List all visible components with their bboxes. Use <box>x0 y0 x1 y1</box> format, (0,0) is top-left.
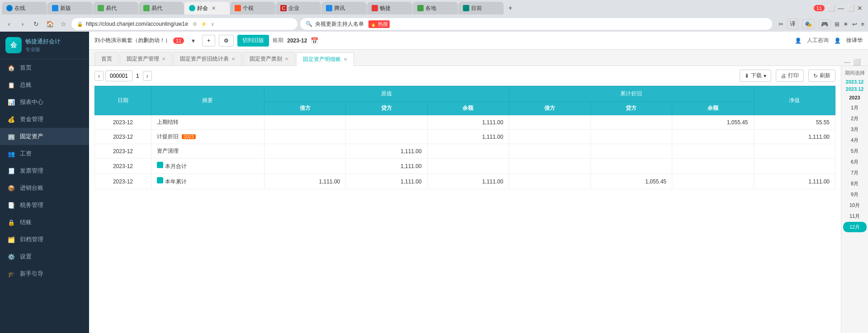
brightness-icon[interactable]: ☀ <box>843 21 849 28</box>
sidebar-item-invoice[interactable]: 🧾 发票管理 <box>0 162 89 179</box>
back-button[interactable]: ‹ <box>4 19 14 29</box>
app-tab-home[interactable]: 首页 <box>94 52 119 66</box>
tab-close-icon[interactable]: ✕ <box>162 56 165 61</box>
app-tab-asset-ledger[interactable]: 固定资产明细账 ✕ <box>296 52 354 66</box>
period-item[interactable]: 2月 <box>843 113 867 124</box>
panel-maximize-icon[interactable]: ⬜ <box>853 58 861 66</box>
browser-tab-tengxun[interactable]: 腾讯 <box>321 2 367 14</box>
sidebar-item-report[interactable]: 📊 报表中心 <box>0 94 89 111</box>
sidebar-item-ledger[interactable]: 📋 总账 <box>0 76 89 94</box>
print-label: 打印 <box>788 72 799 80</box>
sidebar-item-payroll[interactable]: 👥 工资 <box>0 145 89 162</box>
forward-button[interactable]: › <box>17 19 28 29</box>
tab-close-icon[interactable]: ✕ <box>344 57 347 62</box>
add-account-button[interactable]: + <box>202 35 215 47</box>
page-number: 1 <box>134 73 141 79</box>
browser-tab-changjie[interactable]: 畅捷 <box>367 2 412 14</box>
sidebar-item-fund[interactable]: 💰 资金管理 <box>0 111 89 128</box>
switch-version-button[interactable]: 切到旧版 <box>237 35 269 47</box>
search-bar[interactable]: 🔍 央视更新主持人名单 🔥 热搜 <box>300 18 772 30</box>
period-item[interactable]: 3月 <box>843 124 867 135</box>
browser-tab-muqian[interactable]: 目前 <box>458 2 504 14</box>
sidebar-nav: 🏠 首页 📋 总账 📊 报表中心 💰 资金管理 🏢 固定资产 👥 工资 <box>0 59 89 333</box>
period-item[interactable]: 12月 <box>843 222 867 232</box>
sidebar-item-tax[interactable]: 📑 税务管理 <box>0 197 89 214</box>
translate-icon[interactable]: 译 <box>787 19 798 29</box>
browser-tab-qiye[interactable]: C 企业 <box>276 2 321 14</box>
prev-page-button[interactable]: ‹ <box>94 71 104 81</box>
logo-icon: 会 <box>5 37 22 53</box>
period-item[interactable]: 5月 <box>843 146 867 156</box>
browser-tab-new[interactable]: 新版 <box>47 2 93 14</box>
menu-icon[interactable]: ≡ <box>861 21 864 28</box>
browser-tab-online[interactable]: 在线 <box>2 2 47 14</box>
new-tab-button[interactable]: + <box>504 2 517 14</box>
app-tab-asset-category[interactable]: 固定资产类别 ✕ <box>243 52 295 66</box>
browser-tab-haohui[interactable]: 好会 ✕ <box>184 2 230 14</box>
col-acc-balance: 余额 <box>672 102 754 115</box>
address-input[interactable]: 🔒 https://cloud.chanjet.com/accounting/u… <box>71 18 297 30</box>
cell-acc-credit <box>590 130 672 144</box>
stock-icon: 📦 <box>7 184 15 192</box>
app-tab-asset-mgmt[interactable]: 固定资产管理 ✕ <box>120 52 172 66</box>
period-item[interactable]: 2023 <box>843 93 867 102</box>
period-panel: 期间选择 2023.12 2023.12 20231月2月3月4月5月6月7月8… <box>841 66 868 333</box>
asset-code-input[interactable] <box>105 70 132 81</box>
scissors-icon[interactable]: ✂ <box>778 21 783 28</box>
cell-acc-debit <box>509 174 590 189</box>
table-row: 2023-12 上期结转 1,111.00 1,055.45 55.55 <box>95 115 835 130</box>
window-minimize-icon[interactable]: — <box>838 5 844 12</box>
period-item[interactable]: 1月 <box>843 103 867 113</box>
browser-tab-gedi[interactable]: 各地 <box>413 2 458 14</box>
col-orig-debit: 借方 <box>264 102 345 115</box>
cell-acc-debit <box>509 144 590 159</box>
panel-minimize-icon[interactable]: — <box>844 58 850 66</box>
browser-tab-yidai1[interactable]: 易代 <box>93 2 138 14</box>
refresh-button[interactable]: ↻ 刷新 <box>808 70 835 82</box>
grid-icon[interactable]: ⊞ <box>835 21 840 28</box>
tab-close-icon[interactable]: ✕ <box>212 5 216 11</box>
cell-orig-credit: 1,111.00 <box>346 159 427 174</box>
period-item[interactable]: 11月 <box>843 211 867 221</box>
sidebar-item-label: 税务管理 <box>20 201 43 209</box>
tab-label: 畅捷 <box>380 5 391 12</box>
tab-close-icon[interactable]: ✕ <box>231 56 235 61</box>
account-dropdown-button[interactable]: ▾ <box>188 35 198 46</box>
sidebar-item-settings[interactable]: ⚙️ 设置 <box>0 248 89 265</box>
wallet-icon[interactable]: 🎭 <box>802 19 815 29</box>
bookmark-button[interactable]: ☆ <box>58 19 69 29</box>
sidebar-item-asset[interactable]: 🏢 固定资产 <box>0 128 89 145</box>
history-icon[interactable]: ↩ <box>852 21 857 28</box>
sidebar-item-archive[interactable]: 🗂️ 归档管理 <box>0 231 89 248</box>
sidebar-item-close-period[interactable]: 🔒 结账 <box>0 214 89 231</box>
logo-text: 畅捷通好会计 <box>25 38 61 46</box>
cell-net-value: 55.55 <box>754 115 835 130</box>
tab-close-icon[interactable]: ✕ <box>285 56 288 61</box>
period-item[interactable]: 7月 <box>843 168 867 178</box>
period-item[interactable]: 10月 <box>843 200 867 211</box>
guide-icon: 🎓 <box>7 270 15 278</box>
tab-restore-icon[interactable]: ⬜ <box>827 5 835 12</box>
download-button[interactable]: ⬇ 下载 ▾ <box>740 70 771 82</box>
gamepad-icon[interactable]: 🎮 <box>818 19 831 29</box>
settings-round-button[interactable]: ⚙ <box>219 35 234 47</box>
window-close-icon[interactable]: ✕ <box>857 5 863 12</box>
period-item[interactable]: 9月 <box>843 189 867 200</box>
sidebar-item-home[interactable]: 🏠 首页 <box>0 59 89 76</box>
calendar-icon[interactable]: 📅 <box>311 37 318 44</box>
sidebar-item-stock[interactable]: 📦 进销台账 <box>0 179 89 197</box>
reload-button[interactable]: ↻ <box>31 19 42 29</box>
period-item[interactable]: 8月 <box>843 178 867 189</box>
print-button[interactable]: 🖨 打印 <box>776 70 804 82</box>
window-maximize-icon[interactable]: ⬜ <box>847 5 854 12</box>
customer-service-text[interactable]: 人工咨询 <box>807 37 829 44</box>
app-tab-depreciation[interactable]: 固定资产折旧统计表 ✕ <box>173 52 242 66</box>
next-page-button[interactable]: › <box>143 71 152 81</box>
period-item[interactable]: 4月 <box>843 135 867 145</box>
sidebar-item-label: 发票管理 <box>20 167 43 175</box>
browser-tab-yidai2[interactable]: 易代 <box>139 2 184 14</box>
browser-tab-geshe[interactable]: 个税 <box>230 2 275 14</box>
sidebar-item-guide[interactable]: 🎓 新手引导 <box>0 265 89 282</box>
home-button[interactable]: 🏠 <box>44 19 55 29</box>
period-item[interactable]: 6月 <box>843 157 867 167</box>
